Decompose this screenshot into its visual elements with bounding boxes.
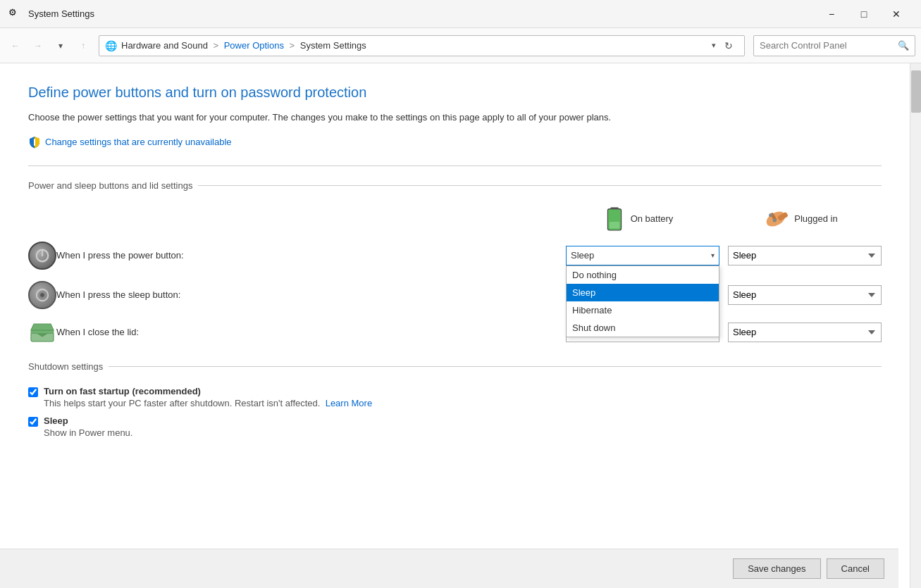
chevron-down-icon: ▾ xyxy=(711,251,715,259)
shutdown-section-header: Shutdown settings xyxy=(28,361,882,372)
sleep-icon-svg xyxy=(35,287,50,303)
power-battery-value: Sleep xyxy=(571,250,594,261)
fast-startup-content: Turn on fast startup (recommended) This … xyxy=(44,386,372,408)
battery-icon xyxy=(604,205,625,233)
sleep-menu-row: Sleep Show in Power menu. xyxy=(28,415,882,438)
search-icon: 🔍 xyxy=(898,40,909,51)
section-label-power-sleep: Power and sleep buttons and lid settings xyxy=(28,180,198,191)
refresh-button[interactable]: ↻ xyxy=(719,36,738,56)
power-icon-svg xyxy=(35,248,50,263)
search-input[interactable] xyxy=(760,40,898,51)
sleep-menu-content: Sleep Show in Power menu. xyxy=(44,415,132,438)
content-area: Define power buttons and turn on passwor… xyxy=(0,63,910,588)
pluggedin-column-header: Plugged in xyxy=(719,205,882,233)
recent-locations-button[interactable]: ▾ xyxy=(51,36,70,56)
forward-button[interactable]: → xyxy=(28,36,48,56)
breadcrumb-sep1: > xyxy=(213,40,221,51)
battery-label: On battery xyxy=(631,213,674,224)
breadcrumb-part3: System Settings xyxy=(300,40,366,51)
power-button-row: When I press the power button: Sleep ▾ D… xyxy=(28,242,882,270)
address-dropdown-button[interactable]: ▾ xyxy=(709,41,719,50)
svg-point-12 xyxy=(40,293,44,297)
minimize-button[interactable]: − xyxy=(815,0,848,28)
change-settings-link[interactable]: Change settings that are currently unava… xyxy=(45,137,232,147)
back-button[interactable]: ← xyxy=(6,36,25,56)
svg-rect-14 xyxy=(31,330,54,333)
power-battery-dropdown-list: Do nothing Sleep Hibernate Shut down xyxy=(566,265,719,337)
footer-spacer xyxy=(28,445,882,487)
address-bar: 🌐 Hardware and Sound > Power Options > S… xyxy=(99,35,745,56)
page-description: Choose the power settings that you want … xyxy=(28,111,662,125)
column-headers: On battery Plugged in xyxy=(28,205,882,233)
power-button-icon xyxy=(28,242,56,270)
lid-close-row: When I close the lid: Sleep Do nothing H… xyxy=(28,320,882,344)
laptop-lid-icon xyxy=(28,320,56,344)
window-controls: − □ ✕ xyxy=(815,0,913,28)
breadcrumb-part2[interactable]: Power Options xyxy=(224,40,284,51)
main-container: Define power buttons and turn on passwor… xyxy=(0,63,921,588)
shutdown-section-divider xyxy=(109,366,882,367)
lid-plugged-dropdown[interactable]: Sleep Do nothing Hibernate Shut down xyxy=(728,323,882,342)
option-hibernate[interactable]: Hibernate xyxy=(567,301,719,319)
plug-icon xyxy=(763,206,789,232)
sleep-button-icon xyxy=(28,281,56,309)
svg-point-6 xyxy=(769,213,772,216)
app-icon: ⚙ xyxy=(8,7,23,21)
sleep-menu-label: Sleep xyxy=(44,415,132,426)
sleep-button-row: When I press the sleep button: Sleep Do … xyxy=(28,281,882,309)
sleep-button-label: When I press the sleep button: xyxy=(56,289,566,300)
power-battery-dropdown[interactable]: Sleep ▾ xyxy=(566,246,719,265)
divider xyxy=(28,165,882,166)
address-icon: 🌐 xyxy=(105,40,117,51)
footer-bar: Save changes Cancel xyxy=(0,549,898,588)
power-button-dropdowns: Sleep ▾ Do nothing Sleep Hibernate Shut … xyxy=(566,246,882,265)
option-shut-down[interactable]: Shut down xyxy=(567,319,719,337)
scrollbar-track xyxy=(910,63,921,588)
cancel-button[interactable]: Cancel xyxy=(827,558,884,579)
svg-point-7 xyxy=(773,218,777,222)
battery-column-header: On battery xyxy=(557,205,719,233)
pluggedin-label: Plugged in xyxy=(794,213,837,224)
option-do-nothing[interactable]: Do nothing xyxy=(567,266,719,284)
shutdown-section: Shutdown settings Turn on fast startup (… xyxy=(28,361,882,438)
shutdown-section-label: Shutdown settings xyxy=(28,361,109,372)
scrollbar-thumb[interactable] xyxy=(911,70,921,113)
option-sleep[interactable]: Sleep xyxy=(567,284,719,301)
breadcrumb: Hardware and Sound > Power Options > Sys… xyxy=(121,40,709,51)
page-title: Define power buttons and turn on passwor… xyxy=(28,85,882,101)
breadcrumb-part1: Hardware and Sound xyxy=(121,40,208,51)
sleep-menu-desc: Show in Power menu. xyxy=(44,427,132,438)
power-plugged-dropdown[interactable]: Sleep Do nothing Hibernate Shut down xyxy=(728,246,882,265)
search-box: 🔍 xyxy=(753,35,915,56)
window-title: System Settings xyxy=(28,8,815,19)
lid-close-label: When I close the lid: xyxy=(56,327,566,337)
lid-icon xyxy=(28,320,56,344)
fast-startup-row: Turn on fast startup (recommended) This … xyxy=(28,386,882,408)
fast-startup-desc: This helps start your PC faster after sh… xyxy=(44,398,372,408)
fast-startup-label: Turn on fast startup (recommended) xyxy=(44,386,372,396)
sleep-plugged-dropdown[interactable]: Sleep Do nothing Hibernate Shut down xyxy=(728,285,882,305)
shield-icon xyxy=(28,136,41,149)
power-battery-dropdown-container: Sleep ▾ Do nothing Sleep Hibernate Shut … xyxy=(566,246,719,265)
learn-more-link[interactable]: Learn More xyxy=(326,398,372,408)
svg-rect-2 xyxy=(609,222,619,229)
title-bar: ⚙ System Settings − □ ✕ xyxy=(0,0,921,28)
fast-startup-checkbox[interactable] xyxy=(28,387,38,397)
sleep-menu-checkbox[interactable] xyxy=(28,417,38,427)
navigation-bar: ← → ▾ ↑ 🌐 Hardware and Sound > Power Opt… xyxy=(0,28,921,63)
up-button[interactable]: ↑ xyxy=(73,36,93,56)
save-changes-button[interactable]: Save changes xyxy=(733,558,820,579)
section-divider xyxy=(198,185,882,186)
change-settings-section: Change settings that are currently unava… xyxy=(28,136,882,149)
power-sleep-section-header: Power and sleep buttons and lid settings xyxy=(28,180,882,191)
power-button-label: When I press the power button: xyxy=(56,250,566,261)
close-button[interactable]: ✕ xyxy=(880,0,913,28)
maximize-button[interactable]: □ xyxy=(848,0,880,28)
breadcrumb-sep2: > xyxy=(290,40,297,51)
